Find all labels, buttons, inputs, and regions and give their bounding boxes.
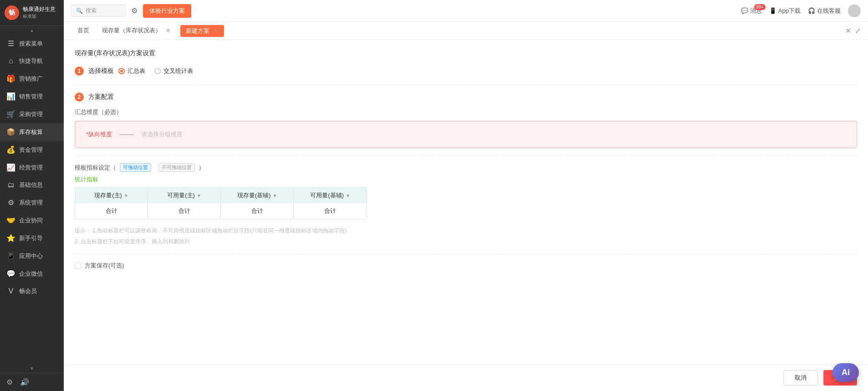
stats-col-1-header-content: 现存量(主) ▼ — [75, 188, 148, 203]
sidebar-scroll-up[interactable]: ▲ — [0, 26, 64, 35]
sidebar-item-label: 系统管理 — [19, 199, 43, 207]
sidebar-item-operations[interactable]: 📈 经营管理 — [0, 159, 64, 176]
expand-panel-icon[interactable]: ⤢ — [855, 26, 861, 35]
step1-header: 1 选择模板 汇总表 交叉统计表 — [75, 67, 857, 76]
sidebar-item-label: 快捷导航 — [19, 57, 43, 65]
step2-header: 2 方案配置 — [75, 93, 857, 102]
search-bar[interactable]: 🔍 搜索 — [71, 5, 126, 17]
topbar-left: 🔍 搜索 ⚙ 体验行业方案 — [71, 4, 191, 18]
user-avatar[interactable] — [848, 5, 861, 17]
box-icon: 📦 — [6, 128, 15, 136]
dimension-separator: —— — [119, 130, 134, 139]
gear-settings-icon[interactable]: ⚙ — [131, 6, 138, 15]
sidebar-item-guide[interactable]: ⭐ 新手引导 — [0, 229, 64, 247]
tab-inventory-status[interactable]: 现存量（库存状况表） ✕ — [96, 22, 177, 40]
step2-num: 2 — [75, 93, 84, 102]
sidebar-item-label: 采购管理 — [19, 110, 43, 118]
audio-icon[interactable]: 🔊 — [20, 378, 29, 386]
radio-cross[interactable]: 交叉统计表 — [154, 67, 193, 75]
tab-inventory-label: 现存量（库存状况表） — [102, 26, 161, 35]
col2-header-label: 可用量(主) — [167, 191, 195, 200]
app-logo-icon: 畅 — [5, 5, 19, 20]
sidebar-item-system[interactable]: ⚙ 系统管理 — [0, 194, 64, 211]
radio-summary-label: 汇总表 — [128, 67, 145, 75]
cancel-button[interactable]: 取消 — [783, 370, 818, 386]
sidebar-item-label: 畅会员 — [19, 287, 37, 295]
col4-header-label: 可用量(基辅) — [310, 191, 344, 200]
sidebar-item-label: 库存核算 — [19, 128, 43, 136]
dimension-required-label: *纵向维度 — [86, 130, 112, 139]
settings-icon[interactable]: ⚙ — [6, 378, 13, 386]
col4-body-value: 合计 — [294, 203, 367, 219]
tab-home[interactable]: 首页 — [71, 22, 96, 40]
close-panel-icon[interactable]: ✕ — [845, 26, 851, 35]
stats-col-1-body: 合计 — [75, 203, 148, 219]
chart-icon: 📊 — [6, 92, 15, 101]
template-radio-group: 汇总表 交叉统计表 — [118, 67, 193, 75]
col4-chevron-icon: ▼ — [346, 193, 350, 198]
stats-col-3-header[interactable]: 现存量(基辅) ▼ — [221, 188, 294, 203]
trending-icon: 📈 — [6, 163, 15, 172]
tab-new-plan[interactable]: 新建方案 ✕ — [180, 25, 224, 37]
tip-2: 2. 点击标题栏下拉可设置排序、插入列和删除列 — [75, 237, 857, 247]
handshake-icon: 🤝 — [6, 216, 15, 225]
sidebar-item-inventory[interactable]: 📦 库存核算 — [0, 123, 64, 141]
step2-title: 方案配置 — [88, 93, 114, 101]
search-icon: 🔍 — [76, 8, 83, 14]
app-version: 标准版 — [23, 13, 56, 20]
tab-home-label: 首页 — [77, 26, 89, 35]
sidebar-scroll-down[interactable]: ▼ — [0, 364, 64, 373]
content-area: 现存量(库存状况表)方案设置 1 选择模板 汇总表 交叉统计表 — [64, 40, 868, 364]
chat-icon: 💬 — [6, 269, 15, 278]
vip-icon: V — [6, 287, 15, 295]
industry-btn[interactable]: 体验行业方案 — [143, 4, 191, 18]
dimension-box[interactable]: *纵向维度 —— 请选择分组维度 — [75, 121, 857, 148]
tab-new-label: 新建方案 — [186, 27, 209, 35]
stats-col-2-header[interactable]: 可用量(主) ▼ — [148, 188, 221, 203]
content-inner: 现存量(库存状况表)方案设置 1 选择模板 汇总表 交叉统计表 — [64, 40, 868, 288]
tip-1: 提示： 1.拖动标题栏可以调整布局，不可跨维度或指标区域拖动栏目字段(只能在同一… — [75, 226, 857, 236]
online-service-btn[interactable]: 🎧 在线客服 — [808, 7, 841, 15]
stats-col-1-header[interactable]: 现存量(主) ▼ — [75, 188, 148, 203]
stats-section: 统计指标 现存量(主) ▼ — [75, 175, 857, 221]
tab-panel-controls: ✕ ⤢ — [845, 26, 861, 35]
non-draggable-badge: 不可拖动位置 — [158, 163, 195, 172]
home-icon: ⌂ — [6, 57, 15, 65]
sidebar-item-marketing[interactable]: 🎁 营销推广 — [0, 70, 64, 87]
sidebar-item-cooperation[interactable]: 🤝 企业协同 — [0, 211, 64, 229]
online-service-label: 在线客服 — [817, 7, 841, 15]
sidebar-item-member[interactable]: V 畅会员 — [0, 283, 64, 300]
divider-3 — [75, 254, 857, 254]
stats-col-4-header[interactable]: 可用量(基辅) ▼ — [294, 188, 367, 203]
dimension-section-label: 汇总维度（必选） — [75, 108, 857, 116]
sidebar-item-basic-info[interactable]: 🗂 基础信息 — [0, 176, 64, 194]
step1-num: 1 — [75, 67, 84, 76]
topbar: 🔍 搜索 ⚙ 体验行业方案 💬 消息 99+ 📱 App下载 🎧 在线客服 — [64, 0, 868, 22]
sidebar-item-app-center[interactable]: 📱 应用中心 — [0, 247, 64, 265]
sidebar-item-label: 企业微信 — [19, 270, 43, 278]
tab-close-new[interactable]: ✕ — [214, 28, 219, 34]
app-download-btn[interactable]: 📱 App下载 — [769, 7, 801, 15]
save-option-label: 方案保存(可选) — [85, 262, 124, 270]
sidebar-item-label: 资金管理 — [19, 146, 43, 154]
ai-fab-button[interactable]: Ai — [832, 363, 859, 382]
col2-chevron-icon: ▼ — [197, 193, 201, 198]
sidebar-item-sales[interactable]: 📊 销售管理 — [0, 87, 64, 105]
radio-summary[interactable]: 汇总表 — [118, 67, 145, 75]
indicator-label-end: ） — [199, 164, 204, 172]
message-btn[interactable]: 💬 消息 99+ — [741, 7, 762, 15]
download-icon: 📱 — [769, 7, 776, 14]
tab-close-inventory[interactable]: ✕ — [166, 27, 170, 34]
app-name: 畅康通好生意 — [23, 6, 56, 13]
sidebar-item-weixin[interactable]: 💬 企业微信 — [0, 265, 64, 283]
radio-dot-summary — [118, 68, 125, 74]
save-checkbox[interactable] — [75, 262, 81, 269]
col1-header-label: 现存量(主) — [94, 191, 122, 200]
dimension-placeholder: 请选择分组维度 — [141, 130, 183, 139]
sidebar-item-search-menu[interactable]: ☰ 搜索菜单 — [0, 35, 64, 52]
col3-body-value: 合计 — [221, 203, 293, 219]
sidebar-item-finance[interactable]: 💰 资金管理 — [0, 141, 64, 159]
save-option[interactable]: 方案保存(可选) — [75, 262, 857, 270]
sidebar-item-purchase[interactable]: 🛒 采购管理 — [0, 105, 64, 123]
sidebar-item-quick-nav[interactable]: ⌂ 快捷导航 — [0, 52, 64, 70]
